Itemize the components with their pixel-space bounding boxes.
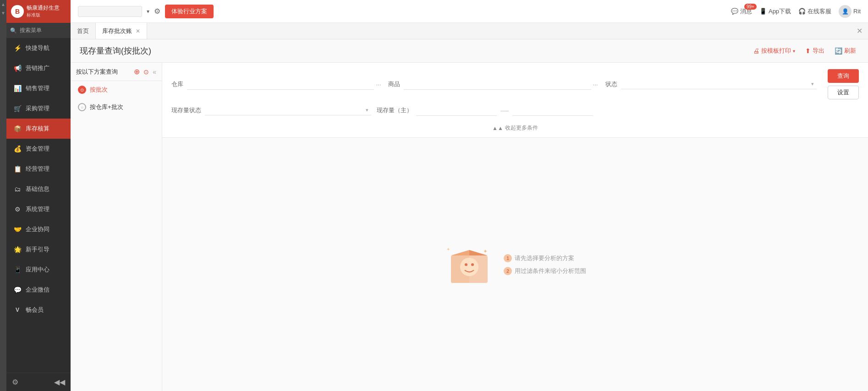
export-btn[interactable]: ⬆ 导出 [802,45,827,57]
tab-home-label: 首页 [77,27,89,35]
tab-close-right-btn[interactable]: ✕ [851,27,868,35]
sidebar-item-basic-info[interactable]: 🗂 基础信息 [6,179,71,199]
operations-icon: 📋 [13,164,22,174]
sidebar-item-member[interactable]: V 畅会员 [6,300,71,320]
inventory-qty-filter: 现存量（主） — [377,105,593,116]
collapse-sidebar-icon[interactable]: ◀◀ [54,378,65,386]
topbar-search-input[interactable] [78,6,142,17]
sidebar-header: B 畅康通好生意 标准版 [6,0,71,23]
avatar: 👤 [839,5,852,18]
headset-icon: 🎧 [798,8,806,15]
scheme-item-batch[interactable]: ⊙ 按批次 [71,81,162,98]
inventory-status-select[interactable]: ▾ [205,105,371,115]
sidebar-footer: ⚙ ◀◀ [6,373,71,391]
sidebar-item-label: 经营管理 [26,165,49,173]
scroll-up-btn[interactable]: ▲ [0,0,6,9]
right-panel: 仓库 ··· 商品 ··· 状态 [162,63,868,391]
message-action[interactable]: 💬 消息 99+ [731,7,752,16]
user-action[interactable]: 👤 Rit [839,5,861,18]
sidebar-item-quick-nav[interactable]: ⚡ 快捷导航 [6,38,71,58]
svg-point-4 [471,263,474,266]
tab-inventory-batch[interactable]: 库存批次账 ✕ [96,23,147,39]
product-filter: 商品 ··· [388,79,599,90]
scheme-settings-btn[interactable]: ⊙ [143,68,149,76]
search-menu-label: 搜索菜单 [20,27,42,34]
inventory-qty-from[interactable] [416,105,497,116]
sidebar-item-marketing[interactable]: 📢 营销推广 [6,58,71,78]
product-label: 商品 [388,80,404,88]
warehouse-input[interactable] [187,79,374,90]
sales-icon: 📊 [13,84,22,93]
status-select[interactable]: ▾ [621,79,817,89]
sidebar-scroll[interactable]: ▲ ▼ [0,0,6,391]
sidebar-item-label: 库存核算 [26,125,49,133]
print-dropdown-icon[interactable]: ▾ [793,49,795,54]
scheme-item-warehouse-batch[interactable]: ○ 按仓库+批次 [71,98,162,116]
warehouse-more-btn[interactable]: ··· [374,80,383,89]
online-service-label: 在线客服 [808,7,831,16]
sidebar-item-wechat[interactable]: 💬 企业微信 [6,280,71,300]
filter-row-2: 现存量状态 ▾ 现存量（主） — [171,105,859,116]
scheme-active-icon: ⊙ [78,86,86,94]
filter-row-1: 仓库 ··· 商品 ··· 状态 [171,69,859,99]
marketing-icon: 📢 [13,64,22,73]
add-scheme-btn[interactable]: ⊕ [134,67,140,76]
sidebar-item-finance[interactable]: 💰 资金管理 [6,139,71,159]
refresh-btn[interactable]: 🔄 刷新 [832,45,859,57]
sidebar-item-newbie[interactable]: 🌟 新手引导 [6,239,71,260]
settings-btn[interactable]: 设置 [828,86,859,99]
product-input[interactable] [404,79,591,90]
sidebar-item-app-center[interactable]: 📱 应用中心 [6,260,71,280]
left-panel: 按以下方案查询 ⊕ ⊙ « ⊙ 按批次 [71,63,162,391]
collapse-left-panel-btn[interactable]: « [153,68,156,76]
sidebar-item-inventory[interactable]: 📦 库存核算 [6,119,71,139]
collapse-more-btn[interactable]: ▲▲ 收起更多条件 [171,121,859,135]
topbar-settings-btn[interactable]: ⚙ [154,7,160,16]
sidebar-items: ⚡ 快捷导航 📢 营销推广 📊 销售管理 🛒 采购管理 📦 库存核算 💰 资金管… [6,38,71,373]
app-center-icon: 📱 [13,265,22,274]
sidebar-item-purchase[interactable]: 🛒 采购管理 [6,98,71,119]
online-service-action[interactable]: 🎧 在线客服 [798,7,831,16]
print-label: 按模板打印 [761,47,791,55]
user-label: Rit [853,8,861,15]
page-header: 现存量查询(按批次) 🖨 按模板打印 ▾ ⬆ 导出 🔄 刷新 [71,39,868,63]
app-name: 畅康通好生意 [27,5,60,12]
sidebar-item-sales[interactable]: 📊 销售管理 [6,78,71,98]
sidebar-item-system[interactable]: ⚙ 系统管理 [6,199,71,219]
sidebar-item-label: 企业协同 [26,225,49,234]
status-dropdown-icon: ▾ [811,81,814,87]
industry-btn[interactable]: 体验行业方案 [165,5,214,18]
scroll-down-btn[interactable]: ▼ [0,9,6,17]
print-icon: 🖨 [753,47,759,54]
svg-text:·: · [485,258,486,262]
content-area: 现存量查询(按批次) 🖨 按模板打印 ▾ ⬆ 导出 🔄 刷新 [71,39,868,391]
collapse-arrow-icon: ▲▲ [492,125,503,131]
query-btn[interactable]: 查询 [828,69,859,83]
quick-nav-icon: ⚡ [13,43,22,53]
app-download-label: App下载 [769,7,791,16]
print-btn[interactable]: 🖨 按模板打印 ▾ [750,45,798,57]
sidebar-item-operations[interactable]: 📋 经营管理 [6,159,71,179]
app-download-action[interactable]: 📱 App下载 [759,7,791,16]
left-panel-header-icons: ⊕ ⊙ « [134,67,156,76]
tab-home[interactable]: 首页 [71,23,96,39]
search-menu[interactable]: 🔍 搜索菜单 [6,23,71,38]
settings-footer-icon[interactable]: ⚙ [12,378,18,386]
avatar-initial: 👤 [842,8,849,15]
empty-hint-1: 1 请先选择要分析的方案 [504,254,586,262]
warehouse-filter: 仓库 ··· [171,79,383,90]
sidebar-item-enterprise[interactable]: 🤝 企业协同 [6,219,71,239]
gear-icon: ⊙ [143,68,149,76]
system-icon: ⚙ [13,205,22,214]
empty-state: ✦ ✦ · 1 请先选择要分析的方案 2 用过滤条件来缩小分 [162,138,868,391]
sidebar-item-label: 企业微信 [26,286,49,294]
topbar-dropdown-btn[interactable]: ▾ [147,8,149,15]
inventory-qty-to[interactable] [512,105,593,116]
empty-hints: 1 请先选择要分析的方案 2 用过滤条件来缩小分析范围 [504,254,586,275]
inventory-status-dropdown-icon: ▾ [366,107,368,113]
sidebar-item-label: 系统管理 [26,205,49,213]
topbar: ▾ ⚙ 体验行业方案 💬 消息 99+ 📱 App下载 🎧 在线客服 👤 [71,0,868,23]
tab-close-icon[interactable]: ✕ [136,28,140,34]
finance-icon: 💰 [13,144,22,153]
product-more-btn[interactable]: ··· [591,80,600,89]
